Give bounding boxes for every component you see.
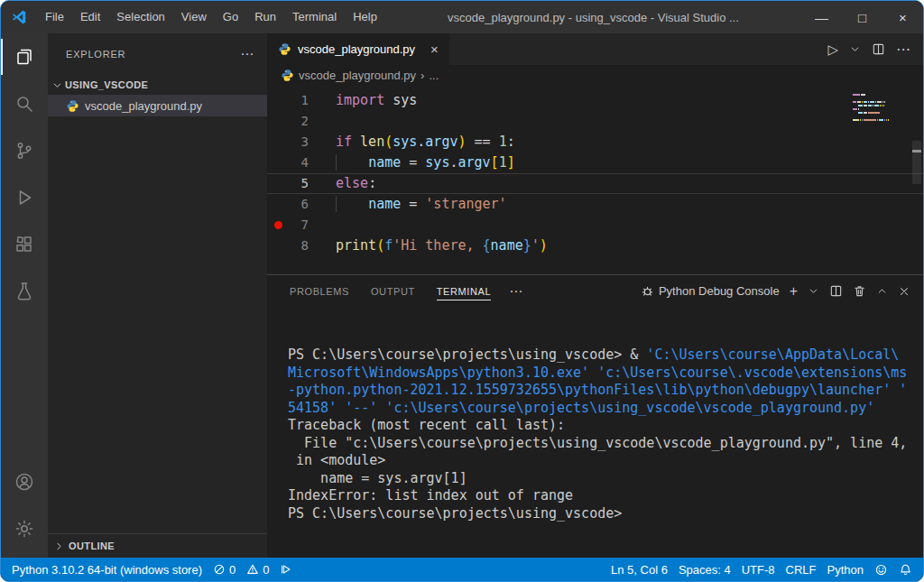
gutter[interactable]: 4	[267, 152, 309, 173]
breadcrumb-symbol[interactable]: ...	[429, 69, 439, 82]
window-controls: — □ ×	[801, 1, 923, 33]
terminal-line: name = sys.argv[1]	[288, 470, 923, 488]
menu-view[interactable]: View	[173, 1, 215, 33]
breadcrumb-separator: ›	[420, 69, 424, 82]
gutter[interactable]: 3	[267, 132, 309, 152]
status-utf-8[interactable]: UTF-8	[736, 558, 781, 581]
search-icon[interactable]	[1, 80, 48, 127]
menu-file[interactable]: File	[37, 1, 72, 33]
editor-scrollbar[interactable]	[912, 141, 921, 184]
terminal-profile[interactable]: Python Debug Console	[641, 284, 780, 298]
tab-close-icon[interactable]: ×	[430, 42, 439, 57]
gutter[interactable]: 2	[267, 111, 309, 132]
panel-tab-output[interactable]: OUTPUT	[360, 275, 426, 307]
folder-using-vscode[interactable]: USING_VSCODE	[48, 75, 267, 95]
error-icon[interactable]: 0	[208, 558, 241, 581]
minimize-button[interactable]: —	[801, 1, 842, 33]
menu-selection[interactable]: Selection	[108, 1, 172, 33]
tab-label: vscode_playground.py	[298, 42, 415, 56]
kill-terminal-icon[interactable]	[853, 284, 866, 298]
activity-bar-top	[1, 33, 48, 315]
status-crlf[interactable]: CRLF	[781, 558, 822, 581]
status-ln-5-col-6[interactable]: Ln 5, Col 6	[605, 558, 673, 581]
menu-bar: FileEditSelectionViewGoRunTerminalHelp	[37, 1, 385, 33]
status-python[interactable]: Python	[822, 558, 869, 581]
extensions-icon[interactable]	[1, 221, 48, 268]
panel-actions: Python Debug Console +	[641, 283, 910, 300]
code-line-6: 6 name = 'stranger'	[267, 194, 923, 215]
editor-more-actions-button[interactable]: ⋯	[896, 41, 910, 58]
gutter[interactable]: 6	[267, 194, 309, 215]
menu-edit[interactable]: Edit	[72, 1, 108, 33]
code-line-3: 3if len(sys.argv) == 1:	[267, 132, 923, 152]
warning-icon[interactable]: 0	[241, 558, 274, 581]
title-bar: FileEditSelectionViewGoRunTerminalHelp v…	[1, 1, 923, 33]
panel-tab-problems[interactable]: PROBLEMS	[279, 275, 360, 307]
gutter[interactable]: 8	[267, 236, 309, 256]
menu-help[interactable]: Help	[345, 1, 385, 33]
panel-header: PROBLEMSOUTPUTTERMINAL ⋯ Python Debug Co…	[267, 275, 923, 307]
file-item-vscode-playground-py[interactable]: vscode_playground.py	[48, 95, 267, 116]
sidebar-title: EXPLORER	[66, 49, 125, 60]
close-button[interactable]: ×	[882, 1, 923, 33]
terminal-dropdown-chevron-icon[interactable]	[808, 285, 819, 297]
terminal-line: 54158' '--' 'c:\Users\course\projects\us…	[288, 400, 923, 418]
tab-vscode-playground[interactable]: vscode_playground.py ×	[267, 33, 449, 65]
breadcrumb: vscode_playground.py › ...	[267, 65, 923, 85]
feedback-icon[interactable]	[869, 558, 893, 581]
breakpoint-dot[interactable]	[274, 221, 282, 229]
run-python-file-button[interactable]: ▷	[827, 42, 838, 58]
close-panel-icon[interactable]	[898, 285, 910, 298]
code-line-2: 2	[267, 111, 923, 132]
python-icon	[66, 99, 79, 113]
status-bar: Python 3.10.2 64-bit (windows store)00 L…	[1, 558, 923, 581]
status-python-3-10-2-64-bit-windows-store[interactable]: Python 3.10.2 64-bit (windows store)	[6, 558, 208, 581]
settings-icon[interactable]	[1, 505, 48, 552]
new-terminal-button[interactable]: +	[790, 283, 798, 300]
maximize-button[interactable]: □	[842, 1, 882, 33]
bottom-panel: PROBLEMSOUTPUTTERMINAL ⋯ Python Debug Co…	[267, 274, 923, 558]
gutter[interactable]: 7	[267, 215, 309, 236]
gutter[interactable]: 5	[267, 174, 309, 193]
bell-icon[interactable]	[893, 558, 918, 581]
minimap[interactable]	[853, 94, 905, 123]
window-title: vscode_playground.py - using_vscode - Vi…	[385, 11, 801, 24]
status-spaces-4[interactable]: Spaces: 4	[673, 558, 736, 581]
terminal-line: File "c:\Users\course\projects\using_vsc…	[288, 435, 923, 453]
terminal-line: IndexError: list index out of range	[288, 487, 923, 505]
python-icon	[281, 69, 294, 82]
panel-more-tabs-button[interactable]: ⋯	[502, 283, 530, 300]
terminal-line: PS C:\Users\course\projects\using_vscode…	[288, 505, 923, 523]
maximize-panel-chevron-icon[interactable]	[876, 285, 888, 297]
file-list: vscode_playground.py	[48, 95, 267, 116]
debug-status-icon[interactable]	[274, 558, 298, 581]
panel-tab-terminal[interactable]: TERMINAL	[426, 275, 502, 307]
terminal-profile-label: Python Debug Console	[659, 284, 780, 298]
outline-section[interactable]: OUTLINE	[48, 533, 267, 558]
menu-go[interactable]: Go	[215, 1, 246, 33]
menu-run[interactable]: Run	[246, 1, 284, 33]
split-editor-icon[interactable]	[872, 42, 885, 56]
error-icon	[213, 563, 226, 576]
gutter[interactable]: 1	[267, 90, 309, 111]
run-dropdown-chevron-icon[interactable]	[849, 43, 861, 55]
menu-terminal[interactable]: Terminal	[284, 1, 345, 33]
bell-icon	[899, 563, 912, 577]
vscode-window: FileEditSelectionViewGoRunTerminalHelp v…	[0, 0, 924, 582]
terminal-line: PS C:\Users\course\projects\using_vscode…	[288, 346, 923, 365]
explorer-sidebar: EXPLORER ⋯ USING_VSCODE vscode_playgroun…	[48, 33, 267, 558]
code-editor[interactable]: 1import sys23if len(sys.argv) == 1:4 nam…	[267, 85, 923, 274]
code-text: if len(sys.argv) == 1:	[336, 132, 515, 152]
folder-label: USING_VSCODE	[65, 79, 148, 90]
code-line-4: 4 name = sys.argv[1]	[267, 152, 923, 173]
split-terminal-icon[interactable]	[829, 284, 843, 298]
account-icon[interactable]	[1, 458, 48, 505]
run-debug-icon[interactable]	[1, 174, 48, 221]
debug-console-icon	[641, 284, 654, 298]
sidebar-more-actions-button[interactable]: ⋯	[240, 46, 254, 62]
testing-icon[interactable]	[1, 268, 48, 315]
breadcrumb-file[interactable]: vscode_playground.py	[299, 69, 416, 82]
terminal-output[interactable]: PS C:\Users\course\projects\using_vscode…	[267, 307, 923, 558]
source-control-icon[interactable]	[1, 127, 48, 174]
explorer-icon[interactable]	[1, 33, 48, 80]
